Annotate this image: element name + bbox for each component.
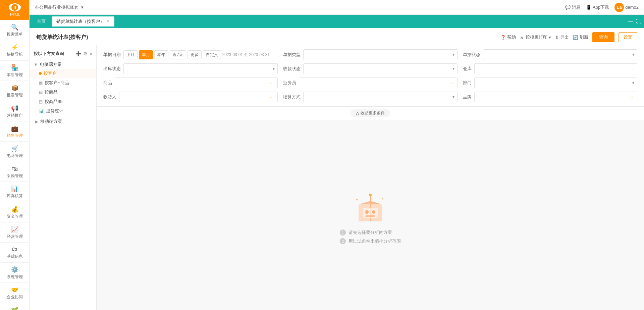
brand-filter[interactable]: ··· xyxy=(474,92,637,102)
sidebar-item-purchase[interactable]: 🛍 采购管理 xyxy=(0,162,29,182)
sidebar-item-retail-label: 零售管理 xyxy=(7,72,23,77)
header-right: 💬 消息 📱 App下载 Ea demo2 xyxy=(565,3,639,12)
recipient-dots[interactable]: ··· xyxy=(269,95,275,99)
sidebar-item-basic[interactable]: 🗂 基础信息 xyxy=(0,243,29,262)
app-download-icon: 📱 xyxy=(586,5,591,10)
hint-text-1: 请先选择要分析的方案 xyxy=(348,229,392,236)
date-btn-custom[interactable]: 自定义 xyxy=(203,50,221,59)
app-download-button[interactable]: 📱 App下载 xyxy=(586,4,609,10)
page-header: 销货单统计表(按客户) ❓ 帮助 🖨 按模板打印 ▾ ⬇ 导出 🔄 刷新 xyxy=(30,28,644,45)
collapse-bar-inner: ⋀ 收起更多条件 xyxy=(351,109,390,117)
tree-item-by-customer[interactable]: 按客户 xyxy=(30,69,96,78)
outbound-label: 出库状态 xyxy=(103,66,121,72)
sidebar-item-wholesale-label: 批发管理 xyxy=(7,93,23,97)
warehouse-dots[interactable]: ··· xyxy=(628,66,634,71)
tab-minimize-button[interactable]: — xyxy=(628,18,633,24)
sidebar-item-finance[interactable]: 💰 资金管理 xyxy=(0,202,29,222)
help-button[interactable]: ❓ 帮助 xyxy=(500,34,516,40)
status-filter[interactable]: ▾ xyxy=(483,49,637,60)
sidebar-item-system[interactable]: ⚙️ 系统管理 xyxy=(0,263,29,283)
page-title: 销货单统计表(按客户) xyxy=(36,34,88,41)
user-profile[interactable]: Ea demo2 xyxy=(614,3,639,12)
brand-dots[interactable]: ··· xyxy=(628,95,634,99)
refresh-button[interactable]: 🔄 刷新 xyxy=(573,34,588,40)
empty-icon: ✦ ✦ xyxy=(350,186,390,226)
sidebar-item-nav[interactable]: ⚡ 快捷导航 xyxy=(0,40,29,60)
sidebar-item-basic-label: 基础信息 xyxy=(7,254,23,259)
type-filter[interactable]: ▾ xyxy=(303,49,458,60)
date-label: 单据日期 xyxy=(103,52,121,58)
sidebar-item-operations[interactable]: 📈 经营管理 xyxy=(0,222,29,243)
dept-filter[interactable]: ▾ xyxy=(474,78,637,88)
svg-point-10 xyxy=(369,194,372,196)
tree-item-by-product[interactable]: ▤ 按商品 xyxy=(30,88,96,97)
warehouse-filter[interactable]: ··· xyxy=(474,63,637,74)
date-btn-this-month[interactable]: 本月 xyxy=(139,50,153,59)
tree-desktop-group-header[interactable]: ▼ 电脑端方案 xyxy=(30,60,96,69)
svg-text:✦: ✦ xyxy=(355,197,359,202)
payment-filter[interactable]: ▾ xyxy=(303,63,458,74)
outbound-filter[interactable]: ▾ xyxy=(123,63,278,74)
sidebar-item-sales-label: 销售管理 xyxy=(7,133,23,138)
tree-item-by-product-label: 按商品 xyxy=(45,89,58,95)
payment-chevron-icon: ▾ xyxy=(452,66,454,71)
empty-hint-2: 2 用过滤条件来缩小分析范围 xyxy=(340,238,401,244)
warehouse-label: 仓库 xyxy=(463,66,472,72)
panel-header-actions: ➕ ⚙ « xyxy=(75,51,92,56)
tree-item-by-customer-product-label: 按客户+商品 xyxy=(45,80,69,86)
panel-collapse-button[interactable]: « xyxy=(90,51,92,56)
query-button[interactable]: 查询 xyxy=(592,32,614,42)
product-dots[interactable]: ··· xyxy=(269,81,275,85)
sidebar-item-inventory[interactable]: 📊 库存核算 xyxy=(0,182,29,202)
sidebar-item-search[interactable]: 🔍 搜索菜单 xyxy=(0,20,29,40)
date-btn-7days[interactable]: 近7天 xyxy=(170,50,186,59)
page-actions: ❓ 帮助 🖨 按模板打印 ▾ ⬇ 导出 🔄 刷新 查询 设置 xyxy=(500,32,637,42)
recipient-filter[interactable]: ··· xyxy=(119,92,278,102)
header-dropdown[interactable]: ▾ xyxy=(81,5,84,10)
date-btn-last-month[interactable]: 上月 xyxy=(123,50,138,59)
settings-button[interactable]: 设置 xyxy=(619,32,637,42)
tab-maximize-button[interactable]: ⛶ xyxy=(636,18,641,24)
tab-home[interactable]: 首页 xyxy=(32,16,50,27)
salesperson-dots[interactable]: ··· xyxy=(448,81,454,85)
date-btn-this-year[interactable]: 本年 xyxy=(154,50,168,59)
sidebar-item-retail[interactable]: 🏪 零售管理 xyxy=(0,61,29,81)
sidebar-nav: 🔍 搜索菜单 ⚡ 快捷导航 🏪 零售管理 📦 批发管理 📢 营销推广 💼 销售管… xyxy=(0,20,29,310)
sidebar-item-ecom[interactable]: 🛒 电商管理 xyxy=(0,142,29,162)
empty-state: ✦ ✦ 1 请先选择要分析的方案 2 用过滤条件来缩小分析范围 xyxy=(340,186,401,244)
type-label: 单据类型 xyxy=(283,52,301,58)
data-area: ✦ ✦ 1 请先选择要分析的方案 2 用过滤条件来缩小分析范围 xyxy=(97,120,644,310)
tree-item-by-product-99[interactable]: ▤ 按商品99 xyxy=(30,97,96,106)
settlement-filter[interactable]: ▾ xyxy=(303,92,458,102)
template-print-button[interactable]: 🖨 按模板打印 ▾ xyxy=(520,34,551,40)
sidebar-item-enterprise[interactable]: 🤝 企业协同 xyxy=(0,283,29,303)
refresh-label: 刷新 xyxy=(580,34,588,40)
date-btn-more[interactable]: 更多 xyxy=(187,50,202,59)
message-button[interactable]: 💬 消息 xyxy=(565,4,581,10)
inventory-icon: 📊 xyxy=(11,185,18,193)
collapse-bar[interactable]: ⋀ 收起更多条件 xyxy=(97,107,644,120)
svg-marker-1 xyxy=(359,201,370,204)
logo-area: 标账版 xyxy=(0,0,29,20)
sidebar-item-marketing[interactable]: 📢 营销推广 xyxy=(0,101,29,121)
tree-item-by-customer-label: 按客户 xyxy=(44,70,57,76)
export-button[interactable]: ⬇ 导出 xyxy=(555,34,569,40)
status-chevron-icon: ▾ xyxy=(632,52,634,57)
product-filter[interactable]: ··· xyxy=(115,78,278,88)
sidebar-item-sales[interactable]: 💼 销售管理 xyxy=(0,121,29,142)
tab-close-icon[interactable]: ✕ xyxy=(106,19,110,24)
tree-item-by-customer-product[interactable]: ▦ 按客户+商品 xyxy=(30,78,96,88)
tree-item-return-stat[interactable]: 📊 退货统计 xyxy=(30,106,96,116)
tree-mobile-group-header[interactable]: ▶ 移动端方案 xyxy=(30,117,96,126)
panel-settings-button[interactable]: ⚙ xyxy=(83,51,88,56)
brand-label: 品牌 xyxy=(463,94,472,100)
salesperson-filter[interactable]: ··· xyxy=(299,78,458,88)
sidebar-item-wholesale[interactable]: 📦 批发管理 xyxy=(0,81,29,101)
sidebar-item-purchase-label: 采购管理 xyxy=(7,173,23,178)
panel-add-button[interactable]: ➕ xyxy=(75,51,81,56)
enterprise-icon: 🤝 xyxy=(11,286,18,294)
sidebar-item-guide[interactable]: 🌱 新手引导 xyxy=(0,303,29,310)
tab-sales-stat[interactable]: 销货单统计表（按客户） ✕ xyxy=(52,16,114,27)
help-label: 帮助 xyxy=(507,34,516,40)
chart-icon: 📊 xyxy=(39,109,44,113)
